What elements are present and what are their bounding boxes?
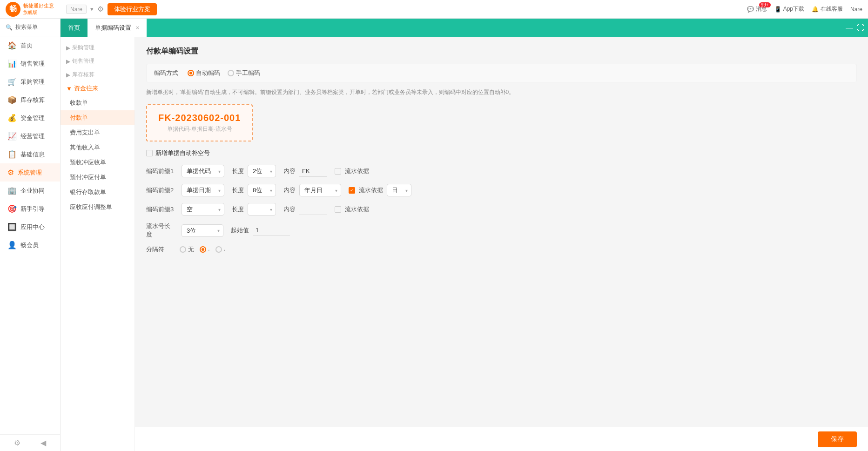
code-preview-box: FK-20230602-001 单据代码-单据日期-流水号 xyxy=(146,104,253,141)
prefix3-length-label: 长度 xyxy=(232,205,244,214)
message-icon: 💬 xyxy=(747,6,754,13)
tab-encoding-label: 单据编码设置 xyxy=(95,24,131,32)
sidebar-item-purchase[interactable]: 🛒 采购管理 xyxy=(0,73,60,91)
sidebar-item-enterprise[interactable]: 🏢 企业协同 xyxy=(0,182,60,200)
prefix1-serial-checkbox[interactable] xyxy=(335,168,341,175)
submenu-item-payment-label: 付款单 xyxy=(70,114,88,121)
prefix2-length-select-wrapper: 8位 6位 4位 ▾ xyxy=(248,184,276,196)
submenu-item-expense[interactable]: 费用支出单 xyxy=(61,125,135,140)
prefix2-select[interactable]: 单据日期 自定义 xyxy=(182,184,224,196)
guide-icon: 🎯 xyxy=(7,204,17,213)
prefix2-serial-checkbox[interactable]: ✓ xyxy=(349,187,355,194)
save-button[interactable]: 保存 xyxy=(818,431,857,447)
submenu-group-inventory[interactable]: ▶ 库存核算 xyxy=(61,68,135,81)
message-btn[interactable]: 💬 消息 99+ xyxy=(747,5,767,13)
submenu-item-payment[interactable]: 付款单 xyxy=(61,110,135,125)
page-title: 付款单编码设置 xyxy=(146,47,857,56)
sidebar-item-finance[interactable]: 💰 资金管理 xyxy=(0,109,60,127)
prefix2-length-group: 长度 8位 6位 4位 ▾ xyxy=(232,184,276,196)
submenu-item-prepay-receive[interactable]: 预收冲应收单 xyxy=(61,155,135,170)
prefix3-select[interactable]: 空 单据代码 自定义 xyxy=(182,203,224,215)
submenu-item-receipt[interactable]: 收款单 xyxy=(61,95,135,110)
sales-icon: 📊 xyxy=(7,59,17,68)
purchase-icon: 🛒 xyxy=(7,77,17,86)
sidebar-settings-btn[interactable]: ⚙ xyxy=(14,438,20,447)
prefix3-row: 编码前缀3 空 单据代码 自定义 ▾ 长度 xyxy=(146,203,857,215)
submenu-item-payable-adjust[interactable]: 应收应付调整单 xyxy=(61,200,135,215)
manual-encode-radio[interactable]: 手工编码 xyxy=(228,69,260,77)
sidebar-item-home-label: 首页 xyxy=(20,41,33,50)
prefix2-content-label: 内容 xyxy=(283,186,296,195)
sidebar-item-system[interactable]: ⚙ 系统管理 xyxy=(0,163,60,182)
prefix3-content-input[interactable] xyxy=(299,204,327,215)
prefix1-content-label: 内容 xyxy=(283,167,296,175)
sidebar-item-sales[interactable]: 📊 销售管理 xyxy=(0,54,60,73)
submenu-group-capital[interactable]: ▼ 资金往来 xyxy=(61,81,135,95)
sidebar-item-member[interactable]: 👤 畅会员 xyxy=(0,236,60,254)
sidebar-item-base[interactable]: 📋 基础信息 xyxy=(0,145,60,163)
auto-encode-label: 自动编码 xyxy=(196,69,220,77)
system-icon: ⚙ xyxy=(7,168,14,177)
sidebar-item-apps[interactable]: 🔲 应用中心 xyxy=(0,218,60,236)
separator-dot-label: · xyxy=(208,246,210,253)
online-service-btn[interactable]: 🔔 在线客服 xyxy=(812,5,843,13)
prefix2-content-group: 内容 年月日 年月 年 ▾ xyxy=(283,184,341,196)
prefix2-serial-group: ✓ 流水依据 日 月 年 ▾ xyxy=(349,184,411,196)
separator-label: 分隔符 xyxy=(146,245,174,254)
company-dropdown-icon[interactable]: ▾ xyxy=(90,6,94,13)
auto-encode-radio[interactable]: 自动编码 xyxy=(188,69,220,77)
prefix1-length-select-wrapper: 2位 4位 6位 ▾ xyxy=(248,165,276,177)
separator-none-radio[interactable]: 无 xyxy=(180,245,194,254)
submenu-item-other-income[interactable]: 其他收入单 xyxy=(61,140,135,155)
prefix1-length-select[interactable]: 2位 4位 6位 xyxy=(248,165,276,177)
serial-start-input[interactable] xyxy=(253,225,290,236)
separator-none-dot xyxy=(180,246,186,253)
operation-icon: 📈 xyxy=(7,132,17,141)
serial-start-group: 起始值 xyxy=(231,225,290,236)
sidebar-item-guide-label: 新手引导 xyxy=(20,205,45,213)
prefix2-length-select[interactable]: 8位 6位 4位 xyxy=(248,184,276,196)
inventory-icon: 📦 xyxy=(7,95,17,104)
separator-other-label: · xyxy=(224,246,226,253)
tab-home[interactable]: 首页 xyxy=(61,19,87,37)
settings-icon[interactable]: ⚙ xyxy=(97,5,104,13)
prefix2-day-select-wrapper: 日 月 年 ▾ xyxy=(387,184,411,196)
content-split: ▶ 采购管理 ▶ 销售管理 ▶ 库存核算 ▼ 资金往来 收款单 xyxy=(61,37,868,451)
submenu-group-sales[interactable]: ▶ 销售管理 xyxy=(61,54,135,68)
separator-none-label: 无 xyxy=(188,245,194,254)
sidebar-item-home[interactable]: 🏠 首页 xyxy=(0,36,60,54)
app-download-btn[interactable]: 📱 App下载 xyxy=(774,5,804,13)
separator-other-radio[interactable]: · xyxy=(215,246,226,253)
tab-encoding-settings[interactable]: 单据编码设置 × xyxy=(87,19,147,37)
user-menu[interactable]: Nare xyxy=(850,6,862,13)
prefix3-length-select[interactable]: 2位 4位 xyxy=(248,203,276,215)
sidebar-search[interactable]: 🔍 搜索菜单 xyxy=(0,19,60,36)
submenu-item-prepay-pay[interactable]: 预付冲应付单 xyxy=(61,170,135,185)
prefix3-serial-group: 流水依据 xyxy=(335,205,369,214)
prefix1-select[interactable]: 单据代码 自定义 xyxy=(182,165,224,177)
prefix2-content-select-wrapper: 年月日 年月 年 ▾ xyxy=(299,184,341,196)
tab-expand-btn[interactable]: ⛶ xyxy=(857,24,864,32)
prefix1-label: 编码前缀1 xyxy=(146,167,174,175)
submenu-group-purchase[interactable]: ▶ 采购管理 xyxy=(61,41,135,54)
prefix2-content-select[interactable]: 年月日 年月 年 xyxy=(299,184,341,196)
tab-minimize-btn[interactable]: — xyxy=(846,24,853,32)
sidebar-item-guide[interactable]: 🎯 新手引导 xyxy=(0,200,60,218)
submenu-item-payable-adjust-label: 应收应付调整单 xyxy=(70,203,112,210)
home-icon: 🏠 xyxy=(7,41,17,50)
prefix2-day-select[interactable]: 日 月 年 xyxy=(387,184,411,196)
sidebar-item-operation[interactable]: 📈 经营管理 xyxy=(0,127,60,145)
tab-close-icon[interactable]: × xyxy=(136,25,139,31)
company-selector[interactable]: Nare xyxy=(66,5,87,14)
separator-dot-radio[interactable]: · xyxy=(200,246,210,253)
prefix3-serial-checkbox[interactable] xyxy=(335,206,341,213)
separator-dot-radio-dot xyxy=(200,246,206,253)
prefix1-content-input[interactable] xyxy=(299,166,327,177)
auto-fill-checkbox[interactable] xyxy=(146,150,153,156)
sidebar-item-inventory[interactable]: 📦 库存核算 xyxy=(0,91,60,109)
sidebar-collapse-btn[interactable]: ◀ xyxy=(40,438,46,447)
trial-btn[interactable]: 体验行业方案 xyxy=(108,3,157,15)
submenu-item-bank-deposit[interactable]: 银行存取款单 xyxy=(61,185,135,200)
serial-length-select[interactable]: 3位 4位 5位 6位 xyxy=(182,224,223,237)
submenu-item-other-income-label: 其他收入单 xyxy=(70,144,100,151)
